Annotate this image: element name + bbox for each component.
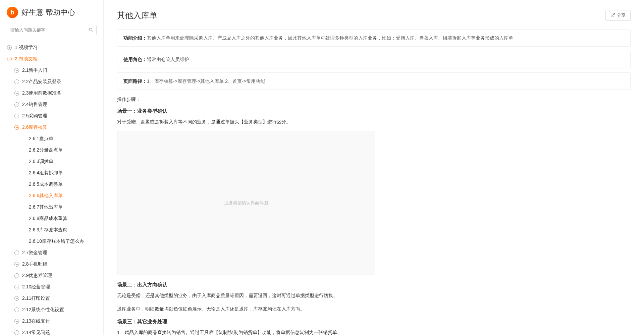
expand-icon (14, 113, 19, 119)
path-label: 页面路径： (123, 78, 147, 84)
expand-icon (14, 79, 19, 85)
nav-item-label: 2.13在线支付 (22, 318, 50, 324)
nav-item[interactable]: 2.6库存核算 (7, 122, 103, 133)
scene1-title: 场景一：业务类型确认 (117, 108, 631, 114)
expand-icon (14, 262, 19, 267)
nav-item[interactable]: 2.6.7其他出库单 (7, 202, 103, 213)
nav-item[interactable]: 1.视频学习 (7, 42, 103, 53)
scene2-text1: 无论是受赠，还是其他类型的业务，由于入库商品质量等原因，需要退回，这时可通过单据… (117, 291, 631, 300)
intro-box: 功能介绍：其他入库单用来处理除采购入库、产成品入库之外的其他入库业务，因此其他入… (117, 29, 631, 47)
brand-logo-icon: b (7, 7, 18, 18)
nav-item[interactable]: 2.2产品安装及登录 (7, 76, 103, 88)
nav-item-label: 2.5采购管理 (22, 113, 47, 119)
expand-icon (14, 296, 19, 301)
scene1-text: 对于受赠、盘盈或是拆装入库等不同的业务，是通过单据头【业务类型】进行区分。 (117, 118, 631, 126)
nav-item[interactable]: 2.6.9库存账本查询 (7, 224, 103, 236)
path-box: 页面路径：1、库存核算->库存管理->其他入库单 2、首页->常用功能 (117, 72, 631, 90)
role-label: 使用角色： (123, 57, 147, 62)
nav-item-label: 2.9优惠券管理 (22, 273, 52, 279)
steps-label: 操作步骤： (117, 97, 631, 103)
nav-item[interactable]: 2.6.8商品成本重算 (7, 213, 103, 224)
brand-row: b 好生意 帮助中心 (7, 7, 103, 18)
nav-tree: 1.视频学习2.帮助文档2.1新手入门2.2产品安装及登录2.3使用前数据准备2… (7, 42, 103, 335)
nav-item[interactable]: 2.12系统个性化设置 (7, 304, 103, 316)
share-icon (610, 13, 615, 18)
nav-item-label: 2.14常见问题 (22, 330, 50, 335)
expand-icon (14, 250, 19, 256)
path-text: 1、库存核算->库存管理->其他入库单 2、首页->常用功能 (147, 78, 265, 84)
search-icon[interactable] (89, 27, 93, 33)
expand-icon (14, 319, 19, 324)
nav-item[interactable]: 2.7资金管理 (7, 247, 103, 259)
collapse-icon (14, 125, 19, 130)
nav-item[interactable]: 2.14常见问题 (7, 327, 103, 335)
nav-item[interactable]: 2.帮助文档 (7, 53, 103, 65)
role-text: 通常由仓管人员维护 (147, 57, 189, 62)
scene2-text2: 退库业务中，明细数量均以负值红色展示。无论是入库还是退库，库存账均记在入库方向。 (117, 305, 631, 313)
main-content: 其他入库单 分享 功能介绍：其他入库单用来处理除采购入库、产成品入库之外的其他入… (104, 0, 644, 335)
nav-item[interactable]: 2.5采购管理 (7, 110, 103, 122)
expand-icon (14, 284, 19, 290)
nav-item[interactable]: 2.9优惠券管理 (7, 270, 103, 281)
nav-item[interactable]: 2.6.6其他入库单 (7, 190, 103, 202)
expand-icon (14, 273, 19, 278)
screenshot-image: 业务类型确认界面截图 (117, 131, 375, 275)
nav-item[interactable]: 2.6.3调拨单 (7, 156, 103, 167)
sidebar: b 好生意 帮助中心 1.视频学习2.帮助文档2.1新手入门2.2产品安装及登录… (0, 0, 104, 335)
nav-item[interactable]: 2.6.1盘点单 (7, 133, 103, 145)
share-label: 分享 (617, 12, 626, 18)
nav-item-label: 2.帮助文档 (15, 56, 38, 62)
nav-item-label: 2.10经营管理 (22, 284, 50, 290)
nav-item[interactable]: 2.6.4组装拆卸单 (7, 167, 103, 179)
nav-item[interactable]: 2.6.2分量盘点单 (7, 145, 103, 156)
nav-item-label: 2.2产品安装及登录 (22, 79, 61, 85)
nav-item[interactable]: 2.8手机旺铺 (7, 259, 103, 270)
search-box (7, 25, 97, 35)
content-block: 操作步骤： 场景一：业务类型确认 对于受赠、盘盈或是拆装入库等不同的业务，是通过… (117, 97, 631, 335)
nav-item[interactable]: 2.3使用前数据准备 (7, 88, 103, 99)
nav-item[interactable]: 2.4销售管理 (7, 99, 103, 110)
nav-item-label: 2.11打印设置 (22, 295, 50, 301)
scene3-text: 1、赠品入库的商品直接转为销售。通过工具栏【复制/复制为销货单】功能，将单据信息… (117, 328, 631, 335)
title-row: 其他入库单 分享 (117, 10, 631, 21)
expand-icon (7, 45, 12, 50)
nav-item[interactable]: 2.13在线支付 (7, 316, 103, 327)
expand-icon (14, 307, 19, 313)
svg-point-0 (89, 28, 92, 31)
nav-item[interactable]: 2.11打印设置 (7, 293, 103, 304)
nav-item[interactable]: 2.6.10库存账本错了怎么办 (7, 236, 103, 247)
nav-item[interactable]: 2.10经营管理 (7, 281, 103, 293)
page-title: 其他入库单 (117, 10, 157, 21)
nav-item-label: 2.1新手入门 (22, 67, 47, 73)
nav-item[interactable]: 2.1新手入门 (7, 65, 103, 76)
intro-text: 其他入库单用来处理除采购入库、产成品入库之外的其他入库业务，因此其他入库单可处理… (147, 35, 513, 41)
collapse-icon (7, 56, 12, 62)
intro-label: 功能介绍： (123, 35, 147, 41)
expand-icon (14, 91, 19, 96)
nav-item-label: 1.视频学习 (15, 45, 38, 51)
search-input[interactable] (7, 25, 97, 35)
scene3-title: 场景三：其它业务处理 (117, 319, 631, 325)
nav-item-label: 2.4销售管理 (22, 102, 47, 108)
nav-item-label: 2.8手机旺铺 (22, 261, 47, 267)
expand-icon (14, 68, 19, 73)
nav-item-label: 2.12系统个性化设置 (22, 307, 64, 313)
share-button[interactable]: 分享 (605, 10, 631, 21)
brand-title: 好生意 帮助中心 (21, 7, 75, 17)
expand-icon (14, 330, 19, 335)
scene2-title: 场景二：出入方向确认 (117, 282, 631, 288)
nav-item-label: 2.3使用前数据准备 (22, 90, 61, 96)
nav-item-label: 2.7资金管理 (22, 250, 47, 256)
expand-icon (14, 102, 19, 107)
role-box: 使用角色：通常由仓管人员维护 (117, 51, 631, 68)
svg-line-1 (92, 31, 93, 32)
nav-item-label: 2.6库存核算 (22, 124, 47, 130)
nav-item[interactable]: 2.6.5成本调整单 (7, 179, 103, 190)
